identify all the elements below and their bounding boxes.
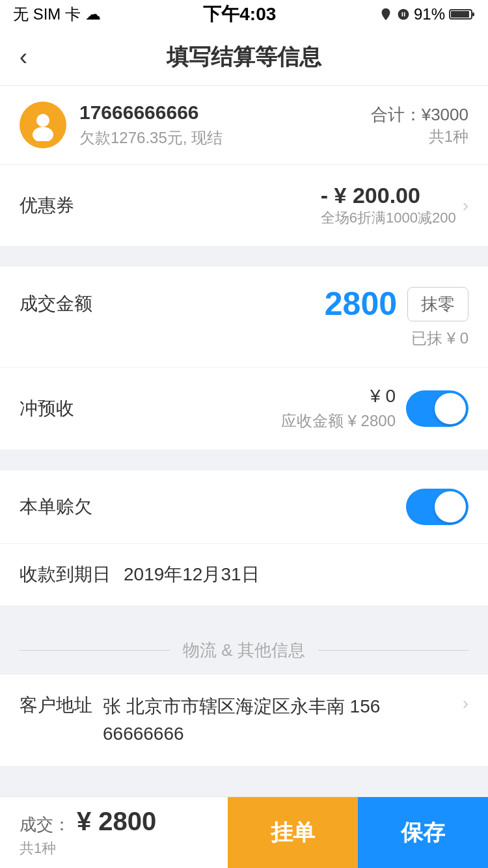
transaction-card: 成交金额 2800 抹零 已抹 ¥ 0 冲预收 ¥ 0 应收金额 ¥ 2800 — [0, 267, 488, 450]
status-right: 91% — [379, 5, 475, 23]
summary-line1: 成交： ¥ 2800 — [20, 807, 208, 836]
summary-amount: ¥ 2800 — [77, 807, 156, 836]
svg-rect-1 — [451, 11, 469, 18]
logistics-divider: 物流 & 其他信息 — [0, 626, 488, 675]
user-debt: 欠款1276.35元, 现结 — [79, 128, 223, 148]
nav-bar: ‹ 填写结算等信息 — [0, 29, 488, 86]
svg-rect-2 — [472, 12, 474, 16]
address-value: 张 北京市市辖区海淀区永丰南 156 66666666 — [103, 693, 452, 748]
user-info-row: 17666666666 欠款1276.35元, 现结 合计：¥3000 共1种 — [0, 86, 488, 165]
prepay-toggle[interactable] — [406, 390, 468, 427]
prepay-section: 冲预收 ¥ 0 应收金额 ¥ 2800 — [0, 367, 488, 450]
user-left: 17666666666 欠款1276.35元, 现结 — [20, 102, 223, 148]
prepay-value-block: ¥ 0 应收金额 ¥ 2800 — [281, 386, 396, 431]
svg-point-3 — [36, 114, 49, 127]
due-date-value: 2019年12月31日 — [124, 562, 260, 587]
svg-point-4 — [33, 127, 53, 141]
battery-text: 91% — [414, 5, 445, 23]
total-count: 共1种 — [371, 126, 468, 147]
status-time: 下午4:03 — [203, 2, 276, 27]
total-label: 合计：¥3000 — [371, 103, 468, 126]
save-button[interactable]: 保存 — [358, 797, 488, 869]
address-chevron-icon: › — [463, 693, 468, 714]
bottom-bar: 成交： ¥ 2800 共1种 挂单 保存 — [0, 796, 488, 868]
debt-section: 本单赊欠 — [0, 470, 488, 543]
hang-order-button[interactable]: 挂单 — [228, 797, 358, 869]
summary-prefix: 成交： — [20, 813, 70, 836]
summary-count: 共1种 — [20, 839, 208, 858]
prepay-sub: 应收金额 ¥ 2800 — [281, 411, 396, 431]
coupon-amount: - ¥ 200.00 — [321, 183, 456, 208]
user-info-card: 17666666666 欠款1276.35元, 现结 合计：¥3000 共1种 … — [0, 86, 488, 246]
debt-card: 本单赊欠 收款到期日 2019年12月31日 — [0, 470, 488, 605]
due-date-row: 收款到期日 2019年12月31日 — [20, 562, 468, 587]
address-card: 客户地址 张 北京市市辖区海淀区永丰南 156 66666666 › — [0, 675, 488, 766]
coupon-desc: 全场6折满1000减200 — [321, 208, 456, 228]
status-bar: 无 SIM 卡 ☁ 下午4:03 91% — [0, 0, 488, 29]
content-area: 17666666666 欠款1276.35元, 现结 合计：¥3000 共1种 … — [0, 86, 488, 868]
debt-label: 本单赊欠 — [20, 495, 92, 519]
avatar — [20, 102, 66, 148]
transaction-amount: 2800 — [325, 285, 397, 323]
divider-line-left — [20, 650, 170, 651]
alarm-icon — [397, 8, 410, 21]
amount-row: 成交金额 2800 抹零 — [20, 285, 468, 323]
due-date-section: 收款到期日 2019年12月31日 — [0, 543, 488, 605]
bottom-summary: 成交： ¥ 2800 共1种 — [0, 807, 228, 858]
user-phone: 17666666666 — [79, 102, 223, 124]
prepay-label: 冲预收 — [20, 396, 74, 421]
user-details: 17666666666 欠款1276.35元, 现结 — [79, 102, 223, 148]
address-label: 客户地址 — [20, 693, 92, 718]
coupon-row[interactable]: 优惠券 - ¥ 200.00 全场6折满1000减200 › — [0, 165, 488, 246]
transaction-label: 成交金额 — [20, 292, 92, 316]
divider-1 — [0, 256, 488, 267]
due-date-label: 收款到期日 — [20, 562, 111, 587]
page-title: 填写结算等信息 — [167, 42, 321, 72]
coupon-label: 优惠券 — [20, 193, 74, 218]
prepay-right: ¥ 0 应收金额 ¥ 2800 — [281, 386, 468, 431]
divider-3 — [0, 616, 488, 626]
amount-section: 成交金额 2800 抹零 已抹 ¥ 0 — [0, 267, 488, 367]
location-icon — [379, 7, 393, 21]
prepay-row: 冲预收 ¥ 0 应收金额 ¥ 2800 — [20, 386, 468, 431]
divider-2 — [0, 460, 488, 470]
prepay-amount: ¥ 0 — [281, 386, 396, 407]
no-sim-text: 无 SIM 卡 ☁ — [13, 4, 101, 25]
divider-line-right — [318, 650, 468, 651]
logistics-text: 物流 & 其他信息 — [183, 639, 305, 662]
amount-right: 2800 抹零 — [325, 285, 468, 323]
battery-icon — [449, 8, 475, 21]
transaction-sub: 已抹 ¥ 0 — [20, 328, 468, 349]
coupon-right: - ¥ 200.00 全场6折满1000减200 › — [321, 183, 468, 228]
status-left: 无 SIM 卡 ☁ — [13, 4, 101, 25]
round-button[interactable]: 抹零 — [407, 287, 468, 321]
debt-toggle[interactable] — [406, 489, 468, 525]
coupon-chevron-icon: › — [463, 195, 468, 216]
back-button[interactable]: ‹ — [20, 44, 59, 71]
address-section[interactable]: 客户地址 张 北京市市辖区海淀区永丰南 156 66666666 › — [0, 675, 488, 766]
user-total: 合计：¥3000 共1种 — [371, 103, 468, 147]
